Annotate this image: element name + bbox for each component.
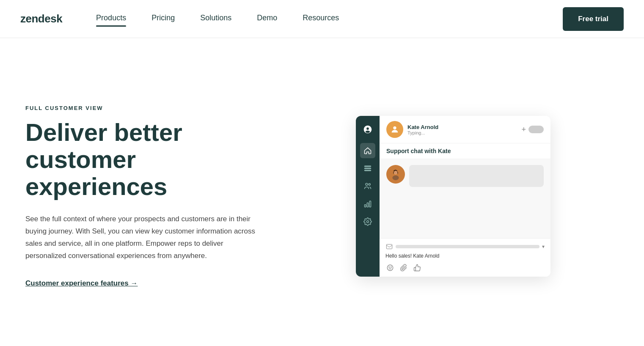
sidebar-home-icon[interactable] — [360, 143, 375, 158]
add-button[interactable]: + — [521, 125, 526, 134]
sidebar-chart-icon[interactable] — [360, 196, 375, 211]
hero-title: Deliver better customer experiences — [25, 119, 262, 200]
chat-user-info: Kate Arnold Typing... — [407, 124, 517, 135]
svg-point-12 — [394, 171, 397, 174]
sidebar-logo-icon — [360, 122, 375, 137]
svg-point-3 — [366, 183, 368, 185]
email-icon — [385, 243, 393, 250]
avatar — [386, 121, 403, 138]
svg-point-11 — [392, 176, 399, 180]
chevron-down-icon[interactable]: ▾ — [542, 244, 545, 250]
svg-point-4 — [369, 184, 370, 185]
chat-toolbar — [385, 263, 545, 272]
nav-products[interactable]: Products — [96, 14, 126, 24]
nav-demo[interactable]: Demo — [257, 14, 277, 24]
chat-user-name: Kate Arnold — [407, 124, 517, 130]
svg-rect-2 — [365, 170, 371, 171]
chat-input-header: ▾ — [385, 243, 545, 250]
sidebar-gear-icon[interactable] — [360, 214, 375, 229]
input-line — [396, 245, 539, 248]
chat-header: Kate Arnold Typing... + — [380, 116, 550, 143]
nav-pricing[interactable]: Pricing — [151, 14, 175, 24]
app-main: Kate Arnold Typing... + Support chat wit… — [380, 116, 550, 277]
svg-rect-1 — [365, 168, 371, 169]
chat-input-area[interactable]: ▾ Hello sales! Kate Arnold — [380, 238, 550, 277]
nav-resources[interactable]: Resources — [303, 14, 339, 24]
chat-bubble — [409, 165, 544, 187]
hero-content: FULL CUSTOMER VIEW Deliver better custom… — [25, 105, 262, 288]
svg-rect-7 — [369, 201, 371, 207]
attachment-icon[interactable] — [399, 263, 408, 272]
svg-point-14 — [387, 265, 393, 271]
navbar: zendesk Products Pricing Solutions Demo … — [0, 0, 644, 38]
toggle-switch[interactable] — [528, 126, 544, 133]
svg-rect-5 — [365, 205, 366, 207]
sidebar-people-icon[interactable] — [360, 178, 375, 194]
logo: zendesk — [20, 12, 62, 25]
chat-header-actions: + — [521, 125, 544, 134]
customer-experience-features-link[interactable]: Customer experience features → — [25, 279, 138, 288]
emoji-icon[interactable] — [385, 263, 395, 272]
svg-point-16 — [391, 267, 392, 268]
thumbsup-icon[interactable] — [413, 263, 422, 272]
nav-solutions[interactable]: Solutions — [200, 14, 231, 24]
hero-section: FULL CUSTOMER VIEW Deliver better custom… — [0, 38, 644, 346]
nav-links: Products Pricing Solutions Demo Resource… — [96, 14, 563, 24]
svg-rect-13 — [386, 244, 392, 249]
chat-message: Hello sales! Kate Arnold — [385, 253, 545, 259]
hero-description: See the full context of where your prosp… — [25, 213, 262, 262]
svg-rect-6 — [367, 203, 368, 207]
svg-point-15 — [389, 267, 390, 268]
free-trial-button[interactable]: Free trial — [563, 7, 624, 31]
svg-point-8 — [367, 221, 369, 223]
hero-illustration: Kate Arnold Typing... + Support chat wit… — [288, 116, 619, 277]
svg-rect-0 — [365, 166, 371, 167]
chat-title: Support chat with Kate — [380, 143, 550, 159]
app-sidebar — [356, 116, 380, 277]
app-mockup: Kate Arnold Typing... + Support chat wit… — [356, 116, 550, 277]
user-avatar-large — [386, 165, 405, 184]
chat-body — [380, 159, 550, 238]
chat-status: Typing... — [407, 130, 517, 135]
hero-eyebrow: FULL CUSTOMER VIEW — [25, 105, 262, 111]
sidebar-list-icon[interactable] — [360, 161, 375, 176]
